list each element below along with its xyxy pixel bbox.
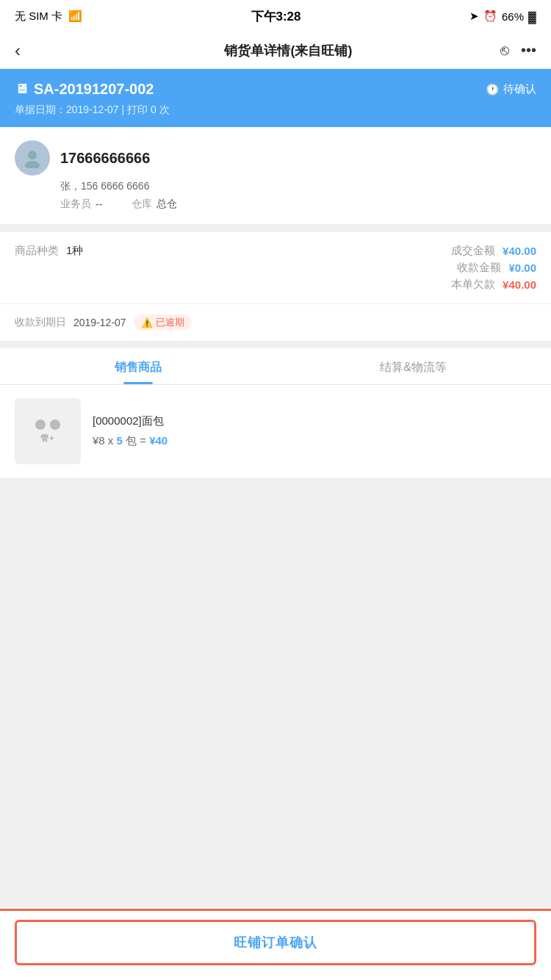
salesperson-value: --	[96, 198, 102, 210]
location-icon: ➤	[469, 10, 479, 23]
no-sim-text: 无 SIM 卡	[15, 10, 62, 24]
alarm-icon: ⏰	[483, 10, 497, 23]
due-date-label: 收款到期日	[15, 316, 66, 329]
order-id-text: SA-20191207-002	[34, 81, 154, 98]
product-type-label: 商品种类	[15, 244, 59, 258]
clock-icon: 🕐	[486, 83, 500, 96]
salesperson-field: 业务员 --	[60, 198, 102, 211]
received-amount-value: ¥0.00	[508, 262, 536, 274]
page-title: 销货单详情(来自旺铺)	[32, 42, 544, 60]
equals-sign: =	[140, 434, 149, 447]
product-name: [0000002]面包	[93, 414, 536, 428]
product-total: ¥40	[149, 434, 168, 447]
product-price: ¥8	[93, 434, 105, 447]
transaction-amount-label: 成交金额	[451, 244, 495, 258]
tab-settlement[interactable]: 结算&物流等	[276, 348, 551, 384]
overdue-icon: ⚠️	[141, 317, 153, 328]
received-amount-row: 收款金额 ¥0.00	[457, 261, 536, 275]
nav-bar: ‹ 销货单详情(来自旺铺) ⎋ •••	[0, 32, 551, 69]
order-id: 🖥 SA-20191207-002	[15, 81, 154, 98]
avatar	[15, 140, 50, 176]
owed-amount-row: 本单欠款 ¥40.00	[451, 278, 536, 292]
transaction-amount-row: 成交金额 ¥40.00	[451, 244, 536, 258]
overdue-badge: ⚠️ 已逾期	[134, 314, 192, 331]
received-amount-label: 收款金额	[457, 261, 501, 275]
product-item: 管+ [0000002]面包 ¥8 x 5 包 = ¥40	[0, 385, 551, 478]
product-multiply: x	[108, 434, 117, 447]
overdue-text: 已逾期	[156, 316, 184, 329]
customer-top: 17666666666	[15, 140, 536, 176]
warehouse-label: 仓库	[132, 198, 152, 211]
product-unit: 包	[126, 434, 137, 447]
brand-text: 管+	[40, 433, 54, 444]
due-date-value: 2019-12-07	[73, 317, 126, 328]
order-status-text: 待确认	[503, 82, 536, 96]
product-price-row: ¥8 x 5 包 = ¥40	[93, 434, 536, 448]
svg-point-0	[28, 151, 37, 159]
more-icon[interactable]: •••	[521, 42, 536, 59]
status-bar: 无 SIM 卡 📶 下午3:28 ➤ ⏰ 66% ▓	[0, 0, 551, 32]
empty-area	[0, 478, 551, 699]
battery-level: 66%	[502, 10, 524, 23]
tabs-bar: 销售商品 结算&物流等	[0, 348, 551, 385]
nav-actions: ⎋ •••	[500, 42, 536, 59]
customer-card: 17666666666 张，156 6666 6666 业务员 -- 仓库 总仓	[0, 127, 551, 225]
transaction-amount-value: ¥40.00	[503, 245, 536, 257]
order-icon: 🖥	[15, 82, 28, 97]
customer-meta: 业务员 -- 仓库 总仓	[15, 198, 536, 211]
order-status: 🕐 待确认	[486, 82, 536, 96]
status-bar-time: 下午3:28	[251, 8, 301, 25]
tab-products[interactable]: 销售商品	[0, 348, 276, 384]
back-button[interactable]: ‹	[15, 40, 21, 61]
product-info: [0000002]面包 ¥8 x 5 包 = ¥40	[93, 414, 536, 448]
summary-card: 商品种类 1种 成交金额 ¥40.00 收款金额 ¥0.00 本单欠款 ¥40.…	[0, 232, 551, 304]
product-quantity: 5	[117, 434, 123, 447]
customer-name: 张，156 6666 6666	[15, 180, 536, 193]
owl-eye-right	[50, 419, 60, 430]
wifi-icon: 📶	[68, 10, 82, 23]
owl-eye-left	[35, 419, 46, 430]
product-type-value: 1种	[66, 244, 83, 258]
warehouse-field: 仓库 总仓	[132, 198, 177, 211]
divider-1	[0, 225, 551, 232]
product-list: 管+ [0000002]面包 ¥8 x 5 包 = ¥40	[0, 385, 551, 478]
svg-point-1	[25, 161, 40, 168]
customer-phone: 17666666666	[60, 150, 150, 167]
amounts-section: 成交金额 ¥40.00 收款金额 ¥0.00 本单欠款 ¥40.00	[451, 244, 536, 292]
status-bar-right: ➤ ⏰ 66% ▓	[469, 10, 536, 23]
product-type-field: 商品种类 1种	[15, 244, 83, 258]
status-bar-left: 无 SIM 卡 📶	[15, 10, 82, 24]
warehouse-value: 总仓	[156, 198, 177, 211]
bottom-bar: 旺铺订单确认	[0, 909, 551, 980]
due-date-row: 收款到期日 2019-12-07 ⚠️ 已逾期	[0, 304, 551, 348]
order-date: 单据日期：2019-12-07 | 打印 0 次	[15, 104, 536, 117]
product-thumbnail: 管+	[15, 398, 81, 464]
order-header-card: 🖥 SA-20191207-002 🕐 待确认 单据日期：2019-12-07 …	[0, 69, 551, 127]
battery-icon: ▓	[528, 10, 536, 23]
salesperson-label: 业务员	[60, 198, 91, 211]
owed-amount-label: 本单欠款	[451, 278, 495, 292]
header-card-top: 🖥 SA-20191207-002 🕐 待确认	[15, 81, 536, 98]
owed-amount-value: ¥40.00	[503, 278, 536, 291]
confirm-order-button[interactable]: 旺铺订单确认	[15, 920, 536, 965]
share-icon[interactable]: ⎋	[500, 42, 509, 59]
